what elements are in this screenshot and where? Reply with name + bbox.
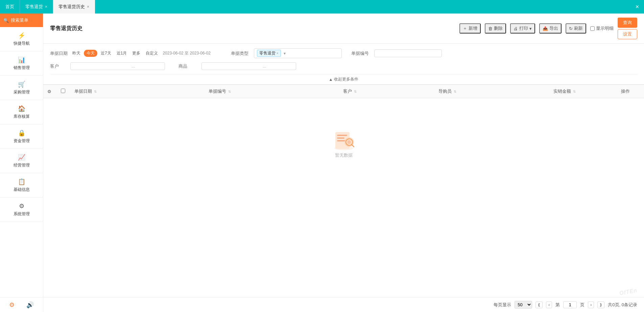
- collapse-button[interactable]: ▲ 收起更多条件: [325, 76, 363, 83]
- th-customer-sort[interactable]: ⇅: [354, 90, 357, 93]
- th-check: [57, 85, 70, 98]
- first-page-button[interactable]: ⟪: [535, 302, 543, 308]
- type-tag: 零售退货 ×: [257, 50, 281, 57]
- th-number: 单据编号 ⇅: [205, 85, 339, 98]
- audio-icon[interactable]: 🔊: [26, 301, 34, 309]
- prev-page-button[interactable]: ‹: [546, 302, 552, 308]
- svg-rect-4: [337, 140, 346, 141]
- sidebar-item-ops-mgmt[interactable]: 📈 经营管理: [0, 149, 43, 173]
- display-detail-toggle[interactable]: 显示明细: [590, 25, 614, 31]
- date-option-more[interactable]: 更多: [130, 50, 142, 57]
- print-button[interactable]: 🖨 打印 ▾: [510, 23, 535, 34]
- main-layout: 🔍 搜索菜单 ⚡ 快捷导航 📊 销售管理 🛒 采购管理 🏠 库存核算 🔒 资金管…: [0, 14, 644, 312]
- goods-filter-input-wrap[interactable]: ...: [201, 62, 296, 70]
- type-filter-input[interactable]: 零售退货 × ▾: [254, 48, 342, 58]
- sidebar-item-system-mgmt[interactable]: ⚙ 系统管理: [0, 198, 43, 222]
- sidebar-search[interactable]: 🔍 搜索菜单: [0, 14, 43, 27]
- table-settings-icon[interactable]: ⚙: [47, 89, 51, 94]
- page-title: 零售退货历史: [50, 25, 82, 32]
- tab-retail-return-close[interactable]: ×: [45, 4, 47, 9]
- tab-list: 首页 零售退货 × 零售退货历史 ×: [0, 0, 630, 14]
- sidebar-item-system-label: 系统管理: [14, 211, 30, 217]
- type-filter-label: 单据类型: [231, 50, 251, 57]
- sidebar-item-basic-info[interactable]: 📋 基础信息: [0, 173, 43, 198]
- export-button[interactable]: 📤 导出: [539, 23, 562, 34]
- system-icon: ⚙: [19, 202, 24, 210]
- customer-filter-label: 客户: [50, 63, 70, 69]
- th-number-sort[interactable]: ⇅: [228, 90, 231, 93]
- tab-home[interactable]: 首页: [0, 0, 20, 14]
- customer-filter-input-wrap[interactable]: ...: [70, 62, 165, 70]
- th-guide-sort[interactable]: ⇅: [454, 90, 456, 93]
- delete-button[interactable]: 🗑 删除: [485, 23, 506, 34]
- number-filter-input-wrap: [374, 49, 442, 57]
- sidebar-item-sales-mgmt[interactable]: 📊 销售管理: [0, 51, 43, 76]
- print-dropdown-icon: ▾: [529, 26, 532, 31]
- type-dropdown-arrow: ▾: [284, 51, 286, 56]
- ops-icon: 📈: [18, 154, 25, 161]
- date-option-yesterday[interactable]: 昨天: [70, 50, 82, 57]
- sidebar-item-basic-info-label: 基础信息: [14, 187, 30, 193]
- display-detail-label: 显示明细: [596, 25, 614, 31]
- display-detail-checkbox[interactable]: [590, 26, 595, 31]
- settings-gear-icon[interactable]: ⚙: [9, 301, 15, 309]
- date-option-custom[interactable]: 自定义: [144, 50, 160, 57]
- next-page-button[interactable]: ›: [588, 302, 594, 308]
- basic-info-icon: 📋: [18, 178, 25, 185]
- filter-area: 单据日期 昨天 今天 近7天 近1月 更多 自定义 2023-06-02 至 2…: [43, 44, 644, 85]
- delete-label: 删除: [494, 25, 503, 31]
- sidebar-item-finance-mgmt[interactable]: 🔒 资金管理: [0, 125, 43, 149]
- purchase-icon: 🛒: [18, 81, 25, 88]
- th-settings: ⚙: [43, 85, 57, 98]
- goods-filter-label: 商品: [178, 63, 199, 69]
- date-filter-label: 单据日期: [50, 50, 70, 57]
- sidebar-item-inventory-label: 库存核算: [14, 114, 30, 119]
- type-tag-remove[interactable]: ×: [277, 51, 279, 55]
- empty-text: 暂无数据: [335, 152, 353, 158]
- last-page-button[interactable]: ⟫: [597, 302, 604, 308]
- sidebar-item-purchase-label: 采购管理: [14, 89, 30, 95]
- refresh-label: 刷新: [574, 25, 583, 31]
- refresh-icon: ↻: [569, 26, 573, 31]
- tab-home-label: 首页: [5, 4, 14, 10]
- collapse-label: 收起更多条件: [334, 76, 358, 82]
- th-guide-label: 导购员: [438, 89, 452, 94]
- date-option-last1m[interactable]: 近1月: [115, 50, 129, 57]
- customer-filter-input[interactable]: [73, 64, 130, 69]
- tab-retail-return-history-close[interactable]: ×: [87, 4, 89, 9]
- tab-retail-return[interactable]: 零售退货 ×: [20, 0, 53, 14]
- number-filter-input[interactable]: [377, 51, 434, 56]
- date-option-last7[interactable]: 近7天: [99, 50, 113, 57]
- th-date-label: 单据日期: [74, 89, 92, 94]
- page-input[interactable]: [563, 301, 577, 308]
- refresh-button[interactable]: ↻ 刷新: [566, 23, 586, 34]
- top-bar: 首页 零售退货 × 零售退货历史 × ×: [0, 0, 644, 14]
- page-unit: 页: [580, 302, 585, 308]
- settings-button[interactable]: 设置: [618, 29, 637, 39]
- export-label: 导出: [549, 25, 558, 31]
- query-button[interactable]: 查询: [618, 18, 637, 28]
- th-action-label: 操作: [621, 89, 630, 94]
- sidebar-item-purchase-mgmt[interactable]: 🛒 采购管理: [0, 76, 43, 100]
- sidebar-item-inventory-calc[interactable]: 🏠 库存核算: [0, 100, 43, 125]
- th-amount-sort[interactable]: ⇅: [573, 90, 576, 93]
- svg-rect-3: [337, 137, 344, 139]
- goods-dots-icon: ...: [261, 64, 268, 69]
- date-options: 昨天 今天 近7天 近1月 更多 自定义: [70, 50, 160, 57]
- tab-retail-return-history[interactable]: 零售退货历史 ×: [53, 0, 95, 14]
- content-area: 零售退货历史 ＋ 新增 🗑 删除 🖨 打印 ▾ 📤 导出: [43, 14, 644, 312]
- goods-filter-input[interactable]: [205, 64, 261, 69]
- new-button[interactable]: ＋ 新增: [459, 23, 481, 34]
- sidebar-item-quick-nav[interactable]: ⚡ 快捷导航: [0, 27, 43, 51]
- select-all-checkbox[interactable]: [61, 89, 65, 93]
- th-date-sort[interactable]: ⇅: [94, 90, 97, 93]
- sidebar: 🔍 搜索菜单 ⚡ 快捷导航 📊 销售管理 🛒 采购管理 🏠 库存核算 🔒 资金管…: [0, 14, 43, 312]
- th-guide: 导购员 ⇅: [434, 85, 549, 98]
- per-page-select[interactable]: 50 10 20 100: [515, 301, 532, 309]
- window-close-button[interactable]: ×: [630, 0, 644, 14]
- empty-state-icon: [330, 125, 357, 152]
- filter-row-customer: 客户 ... 商品 ...: [50, 62, 637, 70]
- date-option-today[interactable]: 今天: [84, 50, 97, 57]
- collapse-row: ▲ 收起更多条件: [50, 74, 637, 84]
- svg-rect-2: [337, 135, 347, 136]
